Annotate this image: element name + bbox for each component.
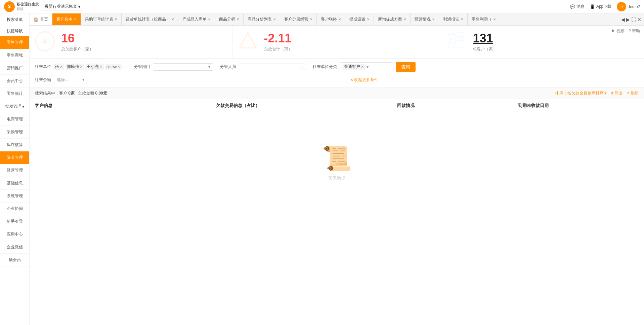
stat-bg-icon-1: ¥ <box>35 31 55 51</box>
sidebar-item-inventory[interactable]: 库存核算 <box>0 139 29 151</box>
tab-new-promotion[interactable]: 新增提成方案 ✕ <box>374 13 411 26</box>
unit-class-label: 往来单位分类 <box>313 64 337 70</box>
unit-class-filter-input[interactable]: 普通客户 ✕ ▾ <box>340 62 393 71</box>
unit-tag-1: 陈民强 ✕ <box>66 64 84 70</box>
stat-card-debt-total: ! -2.11 欠款合计（万） <box>232 26 441 58</box>
unit-tag-3: cjttcw ✕ <box>105 64 122 70</box>
tab-scroll-right-button[interactable]: ▶ <box>626 17 630 22</box>
chevron-down-icon: ▾ <box>22 104 24 109</box>
user-menu[interactable]: d demo2 <box>617 2 640 11</box>
tab-close-customer-contact[interactable]: ✕ <box>338 17 341 21</box>
export-button[interactable]: ⬆ 导出 <box>610 91 622 96</box>
tab-goods-analysis-list[interactable]: 商品分析列表 ✕ <box>244 13 280 26</box>
tab-customer-contact[interactable]: 客户联络 ✕ <box>317 13 345 26</box>
tab-close-goods-analysis-list[interactable]: ✕ <box>273 17 276 21</box>
store-selector[interactable]: 母婴行业演示帐套 ▾ <box>42 3 83 10</box>
unit-tag-close-2[interactable]: ✕ <box>99 65 102 69</box>
tab-operations[interactable]: 经营情况 ✕ <box>411 13 439 26</box>
balance-filter-select[interactable]: 选择... ▾ <box>54 76 87 84</box>
top-bar: ¥ 畅捷通好生意 标版 母婴行业演示帐套 ▾ 💬 消息 📱 App下载 d de… <box>0 0 644 13</box>
sidebar-item-system[interactable]: 系统管理 <box>0 190 29 203</box>
stats-row: ¥ 16 总欠款客户（家） ! <box>30 26 644 59</box>
sidebar-item-finance[interactable]: 资金管理 <box>0 151 29 164</box>
unit-tag-close-0[interactable]: ✕ <box>60 65 63 69</box>
refresh-button[interactable]: ↺ 刷新 <box>627 91 639 96</box>
col-header-payback: 回款情况 <box>397 103 518 109</box>
collapse-button[interactable]: ∧ 收起更多条件 <box>348 75 380 85</box>
chevron-down-icon-balance: ▾ <box>82 77 84 82</box>
help-area: ▶ 视频 ? 帮助 <box>611 28 640 34</box>
app-download-button[interactable]: 📱 App下载 <box>590 4 611 9</box>
svg-text:!: ! <box>247 40 249 47</box>
refresh-icon: ↺ <box>627 91 630 96</box>
sidebar-item-operations[interactable]: 经营管理 <box>0 164 29 177</box>
sidebar-item-new-guide[interactable]: 新手引导 <box>0 215 29 228</box>
sidebar-item-retail-stats[interactable]: 零售统计 <box>0 87 29 100</box>
sidebar-item-search[interactable]: 搜索菜单 <box>0 13 29 26</box>
sidebar-item-purchase[interactable]: 采购管理 <box>0 126 29 139</box>
sidebar-item-enterprise-wechat[interactable]: 企业微信 <box>0 241 29 254</box>
more-tags-button[interactable]: ··· <box>123 64 127 70</box>
svg-rect-6 <box>450 38 452 40</box>
tab-close-purchase-orders[interactable]: ✕ <box>115 17 117 21</box>
sidebar-item-ecommerce[interactable]: 电商管理 <box>0 113 29 126</box>
query-button[interactable]: 查询 <box>396 62 416 72</box>
tab-close-profit-report[interactable]: ✕ <box>461 17 463 21</box>
tab-close-all-button[interactable]: ✕ <box>637 17 641 22</box>
tab-home[interactable]: 🏠 首页 <box>30 13 52 26</box>
sidebar-item-retail[interactable]: 零售管理 <box>0 36 29 49</box>
tab-close-promotion-settings[interactable]: ✕ <box>367 17 370 21</box>
tab-goods-analysis[interactable]: 商品分析 ✕ <box>215 13 244 26</box>
unit-tag-2: 王小亮 ✕ <box>85 64 104 70</box>
tab-customers[interactable]: 客户账本 ✕ <box>52 13 81 26</box>
tab-close-new-promotion[interactable]: ✕ <box>403 17 406 21</box>
tab-cost-inbound[interactable]: 产成品入库单 ✕ <box>178 13 215 26</box>
sidebar-item-app-center[interactable]: 应用中心 <box>0 228 29 241</box>
tab-maximize-button[interactable]: ⛶ <box>631 17 636 22</box>
top-bar-right: 💬 消息 📱 App下载 d demo2 <box>570 2 640 11</box>
col-header-due-date: 到期未收款日期 <box>518 103 639 109</box>
tab-inbound-stats[interactable]: 进货单统计表（按商品） ✕ <box>122 13 178 26</box>
person-filter-label: 分管人员 <box>220 64 236 70</box>
sidebar-item-wholesale[interactable]: 批发管理 ▾ <box>0 100 29 113</box>
empty-icon: 📜 <box>322 144 352 173</box>
tab-close-operations[interactable]: ✕ <box>432 17 435 21</box>
unit-tag-close-1[interactable]: ✕ <box>80 65 83 69</box>
sidebar-item-enterprise-agreement[interactable]: 企业协同 <box>0 203 29 215</box>
tab-promotion-settings[interactable]: 提成设置 ✕ <box>345 13 374 26</box>
dept-filter-input[interactable]: ··· ▾ <box>153 63 213 71</box>
tab-retail-profit[interactable]: 零售利润（ ✕ <box>468 13 500 26</box>
tab-profit-report[interactable]: 利润报告 ✕ <box>439 13 468 26</box>
tab-close-customers[interactable]: ✕ <box>74 17 77 21</box>
sidebar-item-pro-member[interactable]: 畅会员 <box>0 254 29 266</box>
tab-close-customer-tier[interactable]: ✕ <box>310 17 312 21</box>
message-icon: 💬 <box>570 4 575 9</box>
tab-scroll-left-button[interactable]: ◀ <box>621 17 625 22</box>
sidebar-item-members[interactable]: 会员中心 <box>0 75 29 87</box>
help-button[interactable]: ? 帮助 <box>629 28 640 34</box>
empty-state: 📜 暂无数据 <box>322 124 352 202</box>
content-area: 🏠 首页 客户账本 ✕ 采购订单统计表 ✕ 进货单统计表（按商品） ✕ 产成品入… <box>30 13 644 325</box>
tab-close-inbound-stats[interactable]: ✕ <box>171 17 174 21</box>
tab-close-retail-profit[interactable]: ✕ <box>493 17 496 21</box>
video-button[interactable]: ▶ 视频 <box>611 28 625 34</box>
sort-button[interactable]: 排序：按欠款金额倒序排序 ▾ <box>555 91 606 96</box>
sidebar-item-retail-mall[interactable]: 零售商城 <box>0 49 29 62</box>
sidebar-item-quick-nav[interactable]: 快捷导航 <box>0 26 29 36</box>
unit-class-tag-close-0[interactable]: ✕ <box>361 65 364 69</box>
help-icon: ? <box>629 29 631 33</box>
tab-close-goods-analysis[interactable]: ✕ <box>237 17 239 21</box>
unit-class-tag-0: 普通客户 ✕ <box>343 64 365 70</box>
person-filter-input[interactable]: ··· <box>239 64 306 70</box>
sidebar-item-basic-info[interactable]: 基础信息 <box>0 177 29 190</box>
tab-customer-tier[interactable]: 客户分层经营 ✕ <box>280 13 317 26</box>
svg-text:¥: ¥ <box>42 37 47 46</box>
main-layout: 搜索菜单 快捷导航 零售管理 零售商城 营销推广 会员中心 零售统计 批发管理 … <box>0 13 644 325</box>
col-header-debt-info: 欠款交易信息（占比） <box>216 103 397 109</box>
unit-tag-close-3[interactable]: ✕ <box>117 65 120 69</box>
balance-filter-label: 往来余额 <box>35 77 51 83</box>
tab-purchase-orders[interactable]: 采购订单统计表 ✕ <box>81 13 122 26</box>
tab-close-cost-inbound[interactable]: ✕ <box>208 17 211 21</box>
sidebar-item-marketing[interactable]: 营销推广 <box>0 62 29 75</box>
message-button[interactable]: 💬 消息 <box>570 4 585 9</box>
